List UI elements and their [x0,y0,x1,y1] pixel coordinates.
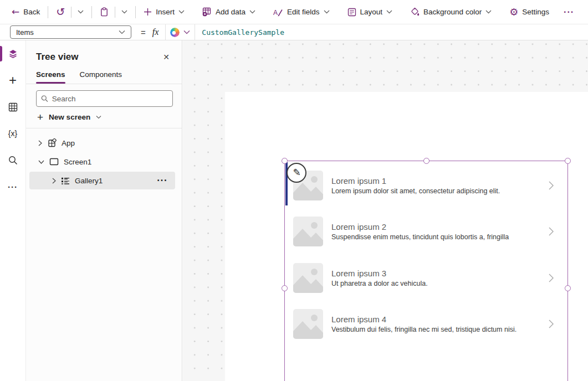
chevron-down-icon [249,10,255,14]
tree-list: App Screen1 Gallery1 ··· [26,128,182,189]
gallery-item-row[interactable]: Lorem ipsum 2 Suspendisse enim metus, ti… [285,209,567,255]
resize-handle-w[interactable] [282,285,288,291]
gallery-rows: Lorem ipsum 1 Lorem ipsum dolor sit amet… [285,162,567,381]
chevron-down-icon [485,10,492,14]
background-color-label: Background color [423,8,482,16]
tree-item-screen1[interactable]: Screen1 [29,153,175,171]
rail-insert-button[interactable]: + [0,67,26,94]
app-screen[interactable]: Lorem ipsum 1 Lorem ipsum dolor sit amet… [225,92,588,381]
property-selector[interactable]: Items [10,25,131,39]
gallery-item-subtitle: Ut pharetra a dolor ac vehicula. [331,280,428,287]
gallery-item-text: Lorem ipsum 3 Ut pharetra a dolor ac veh… [331,269,428,287]
gallery-item-title: Lorem ipsum 2 [331,222,509,231]
gallery-item-text: Lorem ipsum 4 Vestibulum dui felis, frin… [331,315,517,333]
gallery-item-subtitle: Lorem ipsum dolor sit amet, consectetur … [331,187,500,195]
chevron-right-icon[interactable] [38,140,42,146]
toolbar-divider [91,6,92,18]
tree-item-label: Screen1 [64,158,91,166]
rail-more-button[interactable]: ··· [0,173,26,200]
resize-handle-ne[interactable] [565,158,571,164]
rail-variables-button[interactable]: {x} [0,120,26,147]
layout-button[interactable]: Layout [342,3,398,21]
more-icon: ··· [564,8,574,17]
paste-menu-button[interactable] [116,3,132,21]
image-placeholder [293,309,323,339]
add-data-icon [202,7,212,17]
resize-handle-e[interactable] [565,285,571,291]
svg-text:A: A [273,8,278,16]
edit-fields-label: Edit fields [287,8,320,16]
gallery-item-title: Lorem ipsum 1 [331,176,500,186]
resize-handle-n[interactable] [423,158,430,164]
tree-search-input[interactable] [52,95,168,103]
settings-button[interactable]: ⚙ Settings [504,3,554,21]
tree-item-app[interactable]: App [29,134,175,152]
variables-icon: {x} [8,129,17,138]
insert-label: Insert [156,8,175,16]
copilot-button[interactable] [165,24,195,40]
chevron-down-icon [119,30,125,34]
chevron-right-icon[interactable] [52,178,56,184]
gallery-item-row[interactable]: Lorem ipsum 4 Vestibulum dui felis, frin… [285,301,567,348]
tree-item-gallery1[interactable]: Gallery1 ··· [29,172,175,189]
gallery-item-text: Lorem ipsum 2 Suspendisse enim metus, ti… [331,222,509,241]
undo-button[interactable]: ↺ [51,3,70,21]
clipboard-icon [100,7,109,17]
gallery-item-row[interactable]: Lorem ipsum 3 Ut pharetra a dolor ac veh… [285,255,567,301]
chevron-right-icon[interactable] [549,274,554,282]
gallery-edit-button[interactable]: ✎ [287,163,306,183]
add-data-button[interactable]: Add data [197,3,260,21]
screen-icon [49,158,59,166]
chevron-right-icon[interactable] [549,227,554,236]
item-more-icon[interactable]: ··· [157,176,167,185]
chevron-right-icon[interactable] [549,181,554,190]
gallery-control[interactable]: Lorem ipsum 1 Lorem ipsum dolor sit amet… [284,161,568,381]
property-selected-value: Items [16,28,119,37]
gallery-item-title: Lorem ipsum 4 [331,315,517,324]
settings-label: Settings [522,8,549,16]
paste-button[interactable] [95,3,114,21]
canvas-area[interactable]: Lorem ipsum 1 Lorem ipsum dolor sit amet… [183,40,588,381]
tree-view-icon [8,49,18,59]
equals-sign: = [141,28,146,37]
tree-item-label: Gallery1 [75,177,103,185]
search-icon [41,95,48,102]
rail-data-button[interactable] [0,94,26,120]
rail-search-button[interactable] [0,147,26,173]
split-divider [71,7,71,18]
resize-handle-nw[interactable] [282,158,288,164]
tab-components[interactable]: Components [80,70,122,84]
toolbar-overflow-button[interactable]: ··· [559,3,579,21]
close-icon[interactable]: ✕ [161,52,172,63]
paint-bucket-icon [410,7,420,17]
background-color-button[interactable]: Background color [405,3,497,21]
gallery-item-row[interactable]: Lorem ipsum 1 Lorem ipsum dolor sit amet… [285,162,567,209]
chevron-down-icon [178,10,185,14]
layout-icon [347,8,356,17]
more-icon: ··· [8,182,18,192]
layout-label: Layout [360,8,383,16]
chevron-down-icon [324,10,330,14]
chevron-down-icon[interactable] [38,160,44,164]
formula-input[interactable]: CustomGallerySample [195,24,291,40]
undo-icon: ↺ [56,7,65,17]
new-screen-button[interactable]: + New screen [26,107,182,128]
chevron-right-icon[interactable] [549,320,554,328]
formula-bar: Items = fx CustomGallerySample [0,24,588,40]
gear-icon: ⚙ [509,7,518,17]
tree-item-label: App [62,139,75,147]
tree-view-panel: Tree view ✕ Screens Components + New scr… [26,40,182,381]
rail-tree-view-button[interactable] [0,40,26,67]
edit-fields-button[interactable]: A Edit fields [268,3,335,21]
chevron-down-icon [121,10,127,14]
gallery-icon [61,177,70,185]
edit-fields-icon: A [273,8,283,17]
back-label: Back [23,8,40,16]
gallery-item-text: Lorem ipsum 1 Lorem ipsum dolor sit amet… [331,176,500,195]
tree-search-box[interactable] [36,90,173,107]
back-button[interactable]: ← Back [7,3,45,21]
undo-menu-button[interactable] [73,3,89,21]
tab-screens[interactable]: Screens [36,70,65,84]
insert-button[interactable]: Insert [139,3,190,21]
panel-tabs: Screens Components [26,63,182,84]
